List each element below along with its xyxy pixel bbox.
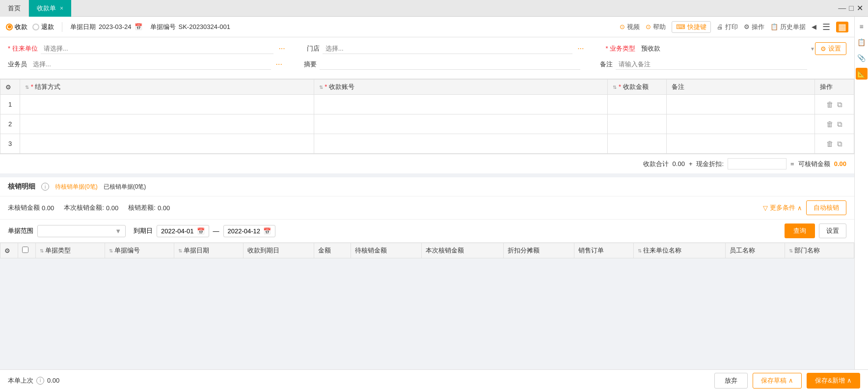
cell-ops-2: 🗑 ⧉	[815, 114, 854, 134]
save-draft-button[interactable]: 保存草稿 ∧	[753, 373, 802, 389]
minimize-icon[interactable]: —	[838, 4, 846, 13]
view-toggle-2[interactable]: ▦	[836, 22, 848, 32]
auto-clear-button[interactable]: 自动核销	[806, 200, 846, 215]
plus-sign: +	[689, 160, 693, 168]
select-all-checkbox[interactable]	[22, 247, 28, 253]
toolbar: 收款 退款 单据日期 2023-03-24 📅 单据编号 SK-20230324…	[0, 17, 854, 37]
bt-type-header: ⇅ 单据类型	[36, 243, 105, 258]
range-select[interactable]: ▼	[37, 225, 126, 237]
maximize-icon[interactable]: □	[849, 4, 854, 13]
copy-row-3-btn[interactable]: ⧉	[836, 139, 843, 149]
print-icon: 🖨	[717, 23, 723, 30]
staff-input[interactable]	[30, 59, 271, 70]
cell-remark-3[interactable]	[667, 134, 815, 154]
close-icon[interactable]: ✕	[857, 3, 863, 13]
bt-staff-header: 员工名称	[725, 243, 785, 258]
tab-receipt[interactable]: 收款单 ×	[29, 0, 71, 17]
cell-settlement-2[interactable]	[20, 114, 314, 134]
toolbar-right: ⊙ 视频 ⊙ 帮助 ⌨ 快捷键 🖨 打印 ⚙ 操作 📋 历史单据	[620, 21, 848, 33]
cell-settlement-3[interactable]	[20, 134, 314, 154]
bt-partner-header: ⇅ 往来单位名称	[634, 243, 726, 258]
radio-receipt-label: 收款	[15, 23, 27, 31]
shop-input[interactable]	[323, 43, 572, 54]
cell-settlement-1[interactable]	[20, 95, 314, 114]
partner-more-icon[interactable]: ···	[276, 44, 287, 53]
query-button[interactable]: 查询	[785, 223, 815, 238]
sidebar-icon-table[interactable]: ≡	[856, 21, 868, 32]
tab-close-icon[interactable]: ×	[60, 5, 63, 12]
remark-input[interactable]	[616, 59, 807, 70]
copy-row-2-btn[interactable]: ⧉	[836, 119, 843, 130]
footer-doc-label: 本单上次	[8, 376, 33, 385]
actions-btn[interactable]: ⚙ 操作	[744, 23, 764, 31]
bt-checkbox-header[interactable]	[18, 243, 36, 258]
date-from-input[interactable]: 2022-04-01 📅	[157, 225, 209, 237]
table-settings-header[interactable]: ⚙	[0, 80, 20, 95]
shortcut-label: 快捷键	[687, 23, 706, 31]
partner-input[interactable]	[41, 43, 274, 54]
filter-settings-button[interactable]: 设置	[819, 223, 846, 238]
date-to-input[interactable]: 2022-04-12 📅	[223, 225, 276, 237]
form-area: * 往来单位 ··· 门店 ··· * 业务类型 预收款 ▼ ⚙ 设置	[0, 37, 854, 79]
business-type-chevron[interactable]: ▼	[810, 46, 815, 52]
radio-group: 收款 退款	[6, 23, 54, 31]
abandon-button[interactable]: 放弃	[714, 373, 748, 389]
cell-amount-1[interactable]	[608, 95, 667, 114]
cell-account-3[interactable]	[314, 134, 608, 154]
partner-label: * 往来单位	[8, 44, 38, 53]
discount-label: 现金折扣:	[696, 160, 724, 168]
radio-refund[interactable]: 退款	[32, 23, 54, 31]
date-value: 2023-03-24	[99, 23, 132, 30]
reconcile-info-icon[interactable]: i	[41, 183, 49, 191]
date-from-value: 2022-04-01	[161, 227, 194, 235]
calendar-icon[interactable]: 📅	[135, 23, 142, 30]
date-range-filter: 到期日 2022-04-01 📅 — 2022-04-12 📅	[134, 225, 275, 237]
save-new-button[interactable]: 保存&新增 ∧	[807, 373, 860, 389]
shop-more-icon[interactable]: ···	[575, 44, 586, 53]
unclear-label: 未核销金额	[8, 203, 40, 212]
range-select-chevron: ▼	[115, 227, 121, 235]
view-toggle-1[interactable]: ☰	[822, 22, 830, 32]
discount-input[interactable]	[728, 158, 787, 169]
delete-row-3-btn[interactable]: 🗑	[825, 139, 835, 149]
copy-row-1-btn[interactable]: ⧉	[836, 99, 843, 110]
video-btn[interactable]: ⊙ 视频	[620, 23, 640, 31]
bt-discount-header: 折扣分摊额	[504, 243, 574, 258]
history-icon: 📋	[770, 23, 778, 30]
cell-account-2[interactable]	[314, 114, 608, 134]
sidebar-icon-doc[interactable]: 📋	[856, 36, 868, 48]
sidebar-icon-attach[interactable]: 📎	[856, 52, 868, 64]
cell-remark-1[interactable]	[667, 95, 815, 114]
remark-field: 备注	[600, 59, 807, 70]
staff-more-icon[interactable]: ···	[274, 60, 284, 69]
print-btn[interactable]: 🖨 打印	[717, 23, 738, 31]
video-circle-icon: ⊙	[620, 23, 625, 30]
delete-row-1-btn[interactable]: 🗑	[825, 99, 835, 110]
pending-tab[interactable]: 待核销单据(0笔)	[55, 183, 98, 191]
actions-label: 操作	[752, 23, 764, 31]
nav-prev-btn[interactable]: ◀	[812, 23, 816, 30]
radio-receipt[interactable]: 收款	[6, 23, 27, 31]
cell-amount-3[interactable]	[608, 134, 667, 154]
summary-input[interactable]	[320, 59, 580, 70]
cell-account-1[interactable]	[314, 95, 608, 114]
shop-label: 门店	[307, 44, 320, 53]
shortcut-icon: ⌨	[676, 23, 685, 30]
delete-row-2-btn[interactable]: 🗑	[825, 119, 835, 129]
footer-info-icon[interactable]: i	[36, 377, 44, 385]
help-btn[interactable]: ⊙ 帮助	[646, 23, 666, 31]
cell-remark-2[interactable]	[667, 114, 815, 134]
tab-home[interactable]: 首页	[0, 0, 29, 17]
sidebar-icon-screen[interactable]: 📐	[856, 68, 868, 80]
settings-button[interactable]: ⚙ 设置	[815, 42, 846, 55]
more-conditions-btn[interactable]: ▽ 更多条件 ∧	[763, 203, 802, 212]
due-date-label: 到期日	[134, 226, 153, 235]
th-account: ⇅ * 收款账号	[314, 80, 608, 95]
shortcut-btn[interactable]: ⌨ 快捷键	[672, 21, 711, 33]
bt-amount-header: 金额	[314, 243, 351, 258]
history-btn[interactable]: 📋 历史单据	[770, 23, 806, 31]
bt-settings-header[interactable]: ⚙	[0, 243, 18, 258]
done-tab[interactable]: 已核销单据(0笔)	[104, 183, 146, 191]
cell-amount-2[interactable]	[608, 114, 667, 134]
main-table: ⚙ ⇅ * 结算方式 ⇅ * 收款账号 ⇅ * 收款	[0, 79, 854, 154]
